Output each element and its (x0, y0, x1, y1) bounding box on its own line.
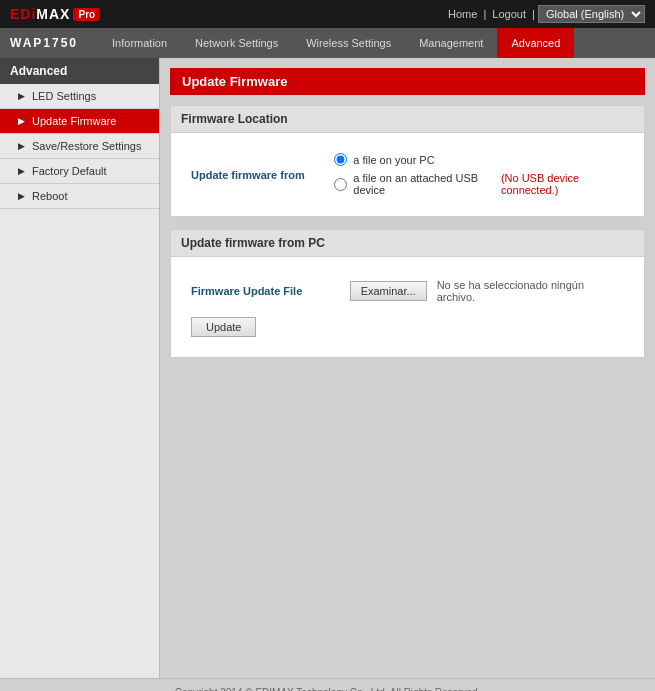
logout-link[interactable]: Logout (492, 8, 526, 20)
radio-pc[interactable] (334, 153, 347, 166)
firmware-location-section: Firmware Location Update firmware from a… (170, 105, 645, 217)
tab-advanced[interactable]: Advanced (497, 28, 574, 58)
option-pc[interactable]: a file on your PC (334, 153, 624, 166)
update-button[interactable]: Update (191, 317, 256, 337)
logo-pro: Pro (73, 8, 100, 21)
footer: Copyright 2014 © EDIMAX Technology Co., … (0, 678, 655, 691)
firmware-pc-body: Firmware Update File Examinar... No se h… (171, 257, 644, 357)
browse-button[interactable]: Examinar... (350, 281, 427, 301)
firmware-pc-header: Update firmware from PC (171, 230, 644, 257)
option-usb[interactable]: a file on an attached USB device (No USB… (334, 172, 624, 196)
page-layout: Advanced ▶ LED Settings ▶ Update Firmwar… (0, 58, 655, 678)
home-link[interactable]: Home (448, 8, 477, 20)
footer-text: Copyright 2014 © EDIMAX Technology Co., … (175, 687, 481, 691)
tab-information[interactable]: Information (98, 28, 181, 58)
sidebar-item-saverestore[interactable]: ▶ Save/Restore Settings (0, 134, 159, 159)
sidebar-item-factory[interactable]: ▶ Factory Default (0, 159, 159, 184)
usb-warning: (No USB device connected.) (501, 172, 624, 196)
nav-tabs: Information Network Settings Wireless Se… (98, 28, 574, 58)
arrow-icon-3: ▶ (18, 166, 25, 176)
sidebar-header: Advanced (0, 58, 159, 84)
top-bar: EDiMAX Pro Home | Logout | Global (Engli… (0, 0, 655, 28)
device-name: WAP1750 (10, 36, 78, 50)
sidebar-item-led[interactable]: ▶ LED Settings (0, 84, 159, 109)
firmware-location-header: Firmware Location (171, 106, 644, 133)
tab-management[interactable]: Management (405, 28, 497, 58)
page-title: Update Firmware (170, 68, 645, 95)
firmware-options: a file on your PC a file on an attached … (334, 153, 624, 196)
firmware-location-body: Update firmware from a file on your PC a… (171, 133, 644, 216)
tab-wireless[interactable]: Wireless Settings (292, 28, 405, 58)
arrow-icon-2: ▶ (18, 141, 25, 151)
nav-bar: WAP1750 Information Network Settings Wir… (0, 28, 655, 58)
firmware-location-row: Update firmware from a file on your PC a… (181, 147, 634, 202)
arrow-icon-active: ▶ (18, 116, 25, 126)
logo-area: EDiMAX Pro (10, 6, 100, 22)
language-select[interactable]: Global (English) (538, 5, 645, 23)
logo-edimax: EDiMAX (10, 6, 70, 22)
tab-network[interactable]: Network Settings (181, 28, 292, 58)
radio-usb[interactable] (334, 178, 347, 191)
top-links: Home | Logout | Global (English) (445, 5, 645, 23)
main-content: Update Firmware Firmware Location Update… (160, 58, 655, 678)
firmware-file-label: Firmware Update File (191, 285, 350, 297)
firmware-pc-section: Update firmware from PC Firmware Update … (170, 229, 645, 358)
sidebar: Advanced ▶ LED Settings ▶ Update Firmwar… (0, 58, 160, 678)
sidebar-item-reboot[interactable]: ▶ Reboot (0, 184, 159, 209)
sidebar-item-firmware[interactable]: ▶ Update Firmware (0, 109, 159, 134)
firmware-location-label: Update firmware from (191, 169, 334, 181)
arrow-icon: ▶ (18, 91, 25, 101)
arrow-icon-4: ▶ (18, 191, 25, 201)
firmware-file-row: Firmware Update File Examinar... No se h… (181, 271, 634, 311)
no-file-text: No se ha seleccionado ningún archivo. (437, 279, 624, 303)
update-btn-row: Update (181, 311, 634, 343)
